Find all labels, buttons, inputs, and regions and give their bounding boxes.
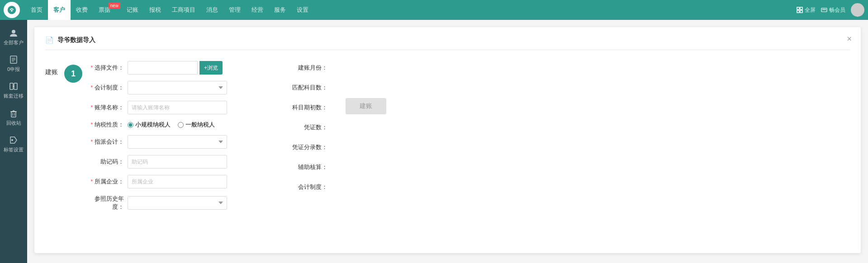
- info-month-row: 建账月份：: [287, 61, 413, 75]
- info-voucher-label: 凭证数：: [287, 123, 327, 132]
- accounting-system-select[interactable]: [128, 81, 227, 94]
- user-avatar[interactable]: [851, 3, 864, 17]
- nav-item-messages[interactable]: 消息: [201, 0, 223, 20]
- sidebar-item-tag-settings[interactable]: 标签设置: [0, 131, 27, 157]
- nav-item-operations[interactable]: 经营: [246, 0, 269, 20]
- ref-year-select[interactable]: [128, 196, 227, 210]
- nav-item-services[interactable]: 服务: [269, 0, 291, 20]
- assigned-accountant-label: 指派会计：: [88, 138, 124, 146]
- tax-type-radio-group: 小规模纳税人 一般纳税人: [128, 121, 215, 129]
- sidebar-item-trash[interactable]: 回收站: [0, 104, 27, 131]
- all-customers-icon: [9, 28, 19, 38]
- content-area: 📄 导爷数据导入 × 建账 1 选择文件：: [27, 20, 868, 263]
- svg-point-1: [11, 10, 13, 12]
- info-accounting-sys-row: 会计制度：: [287, 180, 413, 194]
- sidebar: 全部客户 0申报 账套迁移: [0, 20, 27, 263]
- assigned-accountant-select[interactable]: [128, 135, 227, 149]
- file-select-label: 选择文件：: [88, 64, 124, 72]
- sidebar-label-zero-filing: 0申报: [7, 66, 20, 72]
- panel-title: 导爷数据导入: [57, 36, 95, 44]
- panel-header: 📄 导爷数据导入: [45, 36, 850, 50]
- form-layout: 建账 1 选择文件： +浏览: [45, 61, 850, 211]
- info-voucher-entries-label: 凭证分录数：: [287, 143, 327, 151]
- info-voucher-entries-row: 凭证分录数：: [287, 141, 413, 154]
- form-left: 建账 1 选择文件： +浏览: [45, 61, 269, 211]
- info-month-label: 建账月份：: [287, 64, 327, 72]
- nav-item-tax[interactable]: 报税: [144, 0, 166, 20]
- tax-type-row: 纳税性质： 小规模纳税人 一般纳税人: [88, 121, 269, 129]
- sidebar-label-account-migration: 账套迁移: [4, 93, 24, 99]
- ref-year-label: 参照历史年度：: [88, 195, 124, 211]
- ledger-name-input[interactable]: [128, 101, 227, 114]
- info-voucher-value: [331, 121, 413, 134]
- fullscreen-button[interactable]: 全屏: [797, 6, 816, 14]
- import-icon: 📄: [45, 36, 54, 44]
- memo-code-row: 助记码：: [88, 155, 269, 169]
- memo-code-input[interactable]: [128, 155, 227, 169]
- tax-type-label: 纳税性质：: [88, 121, 124, 129]
- main-layout: 全部客户 0申报 账套迁移: [0, 20, 868, 263]
- assigned-accountant-row: 指派会计：: [88, 135, 269, 149]
- memo-code-label: 助记码：: [88, 158, 124, 166]
- company-row: 所属企业：: [88, 175, 269, 188]
- svg-rect-4: [797, 10, 799, 13]
- ledger-name-row: 账簿名称：: [88, 101, 269, 114]
- info-month-value: [331, 61, 413, 75]
- svg-rect-2: [797, 7, 799, 9]
- tag-settings-icon: [9, 135, 19, 145]
- file-path-input[interactable]: [128, 61, 198, 75]
- nav-item-invoices[interactable]: 票据 new: [93, 0, 121, 20]
- app-logo[interactable]: [4, 2, 20, 18]
- tax-type-small-scale[interactable]: 小规模纳税人: [128, 121, 171, 129]
- nav-item-settings[interactable]: 设置: [291, 0, 314, 20]
- svg-rect-13: [10, 83, 13, 89]
- file-select-row: 选择文件： +浏览: [88, 61, 269, 75]
- info-aux-label: 辅助核算：: [287, 163, 327, 171]
- accounting-system-label: 会计制度：: [88, 84, 124, 92]
- zero-filing-icon: [9, 55, 19, 65]
- sidebar-item-account-migration[interactable]: 账套迁移: [0, 77, 27, 103]
- info-accounting-sys-value: [331, 180, 413, 194]
- info-voucher-entries-value: [331, 141, 413, 154]
- ref-year-row: 参照历史年度：: [88, 195, 269, 211]
- svg-point-7: [856, 7, 859, 11]
- info-initial-label: 科目期初数：: [287, 103, 327, 112]
- browse-button[interactable]: +浏览: [199, 61, 223, 75]
- trash-icon: [9, 108, 19, 118]
- svg-rect-3: [800, 7, 802, 9]
- company-input[interactable]: [128, 175, 227, 188]
- sidebar-item-all-customers[interactable]: 全部客户: [0, 23, 27, 50]
- nav-item-business[interactable]: 工商项目: [166, 0, 201, 20]
- svg-rect-14: [14, 83, 17, 89]
- company-label: 所属企业：: [88, 178, 124, 186]
- svg-rect-5: [800, 10, 802, 13]
- form-fields: 选择文件： +浏览 会计制度：: [88, 61, 269, 211]
- nav-item-customers[interactable]: 客户: [48, 0, 71, 20]
- tax-type-general[interactable]: 一般纳税人: [178, 121, 215, 129]
- vip-button[interactable]: 畅会员: [821, 6, 845, 14]
- nav-item-bookkeeping[interactable]: 记账: [121, 0, 144, 20]
- nav-right-area: 全屏 畅会员: [797, 3, 864, 17]
- svg-point-21: [11, 139, 13, 141]
- panel-close-button[interactable]: ×: [847, 34, 852, 44]
- step-circle: 1: [64, 65, 82, 83]
- sidebar-label-trash: 回收站: [6, 120, 21, 126]
- sidebar-label-tag-settings: 标签设置: [4, 147, 24, 153]
- file-input-group: +浏览: [128, 61, 223, 75]
- info-match-row: 匹配科目数：: [287, 81, 413, 94]
- info-aux-value: [331, 160, 413, 174]
- account-migration-icon: [9, 81, 19, 91]
- info-aux-row: 辅助核算：: [287, 160, 413, 174]
- nav-item-management[interactable]: 管理: [223, 0, 246, 20]
- info-match-label: 匹配科目数：: [287, 84, 327, 92]
- info-accounting-sys-label: 会计制度：: [287, 183, 327, 191]
- import-panel: 📄 导爷数据导入 × 建账 1 选择文件：: [34, 27, 861, 253]
- nav-item-fees[interactable]: 收费: [71, 0, 93, 20]
- accounting-system-row: 会计制度：: [88, 81, 269, 94]
- build-account-button[interactable]: 建账: [346, 98, 386, 114]
- info-match-value: [331, 81, 413, 94]
- top-navigation: 首页 客户 收费 票据 new 记账 报税 工商项目 消息 管理 经营 服务 设…: [0, 0, 868, 20]
- svg-point-8: [12, 30, 15, 33]
- sidebar-item-zero-filing[interactable]: 0申报: [0, 50, 27, 77]
- nav-item-home[interactable]: 首页: [25, 0, 48, 20]
